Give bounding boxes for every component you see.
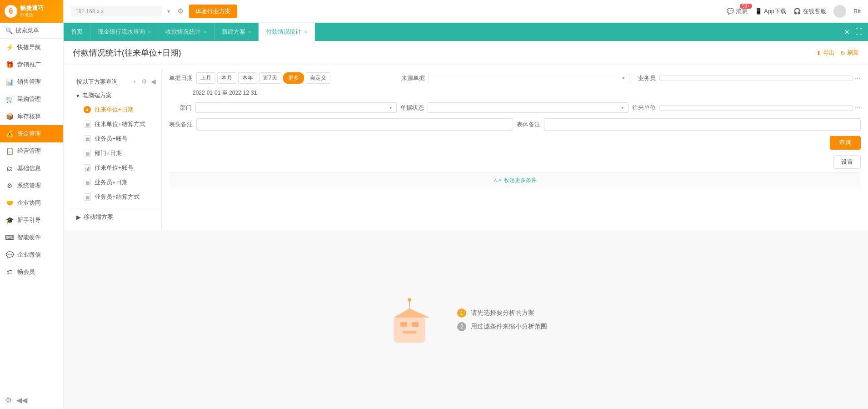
date-range-row: 2022-01-01 至 2022-12-31 (169, 89, 861, 97)
messages-button[interactable]: 💬 消息 99+ (727, 7, 748, 15)
date-btn-this-month[interactable]: 本月 (217, 72, 236, 84)
chevron-down-icon: ▾ (76, 92, 80, 99)
refresh-button[interactable]: ↻ 刷新 (840, 49, 859, 57)
scheme-item-salesperson-date[interactable]: ▦ 业务员+日期 (71, 175, 161, 190)
tab-new-scheme[interactable]: 新建方案 × (215, 23, 259, 41)
sidebar-item-guide[interactable]: 🎓 新手引导 (0, 212, 63, 229)
sidebar-item-system[interactable]: ⚙ 系统管理 (0, 177, 63, 194)
sidebar-footer: ⚙ ◀◀ (0, 391, 63, 409)
tab-payment-stats[interactable]: 付款情况统计 × (259, 23, 314, 41)
desktop-scheme-group: ▾ 电脑端方案 ● 往来单位+日期 ▦ 往来单位+结算方式 ▦ (71, 89, 161, 204)
table-body-note-label: 表体备注 (517, 121, 540, 129)
scheme-item-dept-date[interactable]: ▦ 部门+日期 (71, 146, 161, 161)
tab-receipt-stats-label: 收款情况统计 (165, 28, 201, 36)
online-service-button[interactable]: 🎧 在线客服 (793, 7, 826, 15)
trial-button[interactable]: 体验行业方案 (189, 5, 237, 18)
scheme-collapse-icon[interactable]: ◀ (151, 78, 156, 86)
settings-btn-row: 设置 (169, 153, 861, 169)
search-label: 搜索菜单 (15, 26, 39, 35)
sidebar-item-label: 畅会员 (17, 268, 35, 276)
department-label: 部门 (169, 104, 192, 112)
tab-bank-flow-close-icon[interactable]: × (148, 29, 150, 35)
topbar-chevron-icon[interactable]: ▾ (167, 8, 170, 15)
user-avatar[interactable] (833, 5, 846, 18)
mobile-scheme-group-title[interactable]: ▶ 移动端方案 (71, 210, 161, 224)
sidebar-item-operations[interactable]: 📋 经营管理 (0, 142, 63, 160)
counterpart-dots-icon[interactable]: ··· (855, 104, 861, 112)
sidebar-item-marketing[interactable]: 🎁 营销推广 (0, 56, 63, 73)
empty-hint-2: 2 用过滤条件来缩小分析范围 (457, 322, 547, 331)
table-header-note-label: 表头备注 (169, 121, 193, 129)
sidebar-item-wechat[interactable]: 💬 企业微信 (0, 246, 63, 263)
tab-expand-icon[interactable]: ⛶ (855, 28, 863, 36)
robot-svg (384, 293, 439, 347)
date-btn-last-month[interactable]: 上月 (196, 72, 215, 84)
system-icon: ⚙ (5, 182, 14, 190)
date-btn-custom[interactable]: 自定义 (306, 72, 330, 84)
date-btn-last-7days[interactable]: 近7天 (259, 72, 281, 84)
add-scheme-icon[interactable]: ＋ (131, 78, 138, 86)
message-icon: 💬 (727, 8, 734, 15)
scheme-item-salesperson-account[interactable]: ▦ 业务员+账号 (71, 131, 161, 146)
table-body-note-input[interactable] (544, 118, 861, 131)
settings-button[interactable]: 设置 (833, 155, 861, 169)
search-icon: 🔍 (5, 27, 13, 34)
left-panel-header: 按以下方案查询 ＋ ⚙ ◀ (71, 75, 161, 89)
tab-close-all-icon[interactable]: ✕ (844, 28, 850, 36)
counterpart-select[interactable] (659, 105, 853, 111)
date-btn-more[interactable]: 更多 (283, 72, 304, 84)
left-panel-actions: ＋ ⚙ ◀ (131, 78, 156, 86)
salesperson-dots-icon[interactable]: ··· (855, 74, 861, 82)
app-download-button[interactable]: 📱 App下载 (755, 7, 786, 15)
hint-num-1: 1 (457, 308, 466, 318)
sidebar-item-basic-info[interactable]: 🗂 基础信息 (0, 160, 63, 177)
scheme-settings-icon[interactable]: ⚙ (141, 78, 147, 86)
tab-new-scheme-close-icon[interactable]: × (248, 29, 251, 35)
desktop-scheme-group-title[interactable]: ▾ 电脑端方案 (71, 89, 161, 102)
sidebar-item-quick-nav[interactable]: ⚡ 快捷导航 (0, 39, 63, 56)
svg-rect-4 (403, 331, 416, 333)
app-icon: 📱 (755, 8, 762, 15)
tab-bank-flow[interactable]: 现金银行流水查询 × (90, 23, 158, 41)
sidebar-item-label: 系统管理 (17, 182, 41, 190)
sidebar-collapse-icon[interactable]: ◀◀ (16, 396, 27, 404)
source-bill-select[interactable]: ▾ (429, 73, 630, 83)
bill-status-select[interactable]: ▾ (428, 102, 629, 113)
date-btn-this-year[interactable]: 本年 (238, 72, 257, 84)
sidebar-search[interactable]: 🔍 搜索菜单 (0, 23, 63, 39)
scheme-item-salesperson-payment[interactable]: ▦ 业务员+结算方式 (71, 190, 161, 204)
sidebar-item-member[interactable]: 🏷 畅会员 (0, 263, 63, 281)
sidebar-item-inventory[interactable]: 📦 库存核算 (0, 108, 63, 125)
empty-state-area: 1 请先选择要分析的方案 2 用过滤条件来缩小分析范围 (64, 230, 868, 409)
topbar-gear-icon[interactable]: ⚙ (177, 7, 184, 15)
scheme-item-counterpart-account[interactable]: 📊 往来单位+账号 (71, 161, 161, 175)
content-area: 付款情况统计(往来单位+日期) ⬆ 导出 ↻ 刷新 按以下方案查询 (64, 41, 868, 409)
empty-hints: 1 请先选择要分析的方案 2 用过滤条件来缩小分析范围 (457, 308, 547, 331)
salesperson-control: ··· (659, 74, 861, 82)
export-button[interactable]: ⬆ 导出 (816, 49, 835, 57)
sidebar-item-sales[interactable]: 📊 销售管理 (0, 73, 63, 91)
collapse-icon: ∧∧ (493, 177, 502, 183)
scheme-item-counterpart-date[interactable]: ● 往来单位+日期 (71, 102, 161, 117)
sidebar-item-purchase[interactable]: 🛒 采购管理 (0, 91, 63, 108)
sidebar-item-label: 营销推广 (17, 61, 41, 69)
scheme-item-counterpart-payment[interactable]: ▦ 往来单位+结算方式 (71, 117, 161, 131)
page-actions: ⬆ 导出 ↻ 刷新 (816, 49, 859, 57)
inventory-icon: 📦 (5, 112, 14, 121)
collapse-bar[interactable]: ∧∧ 收起更多条件 (169, 172, 861, 188)
department-select[interactable]: ▾ (195, 102, 397, 113)
sidebar-settings-icon[interactable]: ⚙ (5, 396, 12, 404)
page-title: 付款情况统计(往来单位+日期) (73, 47, 181, 58)
sidebar-item-fund[interactable]: 💰 资金管理 (0, 125, 63, 142)
query-button[interactable]: 查询 (830, 136, 861, 150)
table-header-note-input[interactable] (196, 118, 513, 131)
counterpart-control: ··· (659, 104, 861, 112)
tab-receipt-stats[interactable]: 收款情况统计 × (158, 23, 214, 41)
salesperson-select[interactable] (659, 76, 853, 81)
user-name[interactable]: Rit (853, 8, 861, 15)
tab-home[interactable]: 首页 (64, 23, 90, 41)
tab-receipt-stats-close-icon[interactable]: × (204, 29, 206, 35)
sidebar-item-cooperation[interactable]: 🤝 企业协同 (0, 194, 63, 212)
tab-payment-stats-close-icon[interactable]: × (304, 29, 307, 35)
sidebar-item-hardware[interactable]: ⌨ 智能硬件 (0, 229, 63, 246)
